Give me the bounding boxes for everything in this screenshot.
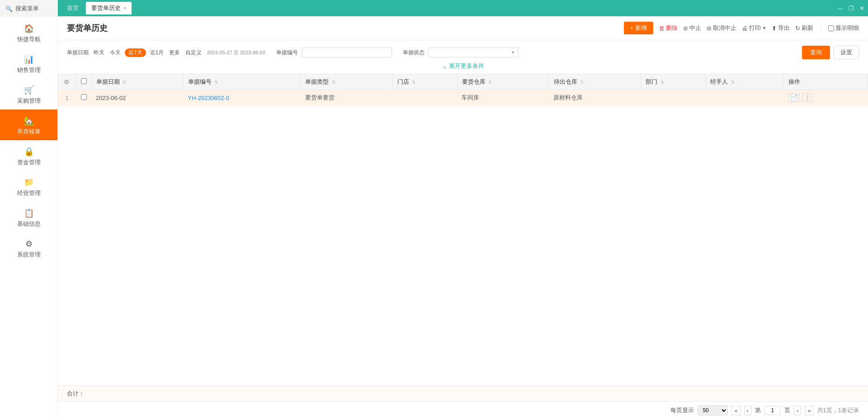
first-page-btn[interactable]: « bbox=[731, 406, 740, 415]
page-size-select[interactable]: 20 50 100 200 bbox=[698, 405, 728, 415]
cell-bill-no: YH-20230602-0 bbox=[183, 90, 300, 106]
system-icon: ⚙ bbox=[25, 239, 33, 249]
tab-close-icon[interactable]: × bbox=[123, 5, 126, 11]
tab-active[interactable]: 要货单历史 × bbox=[86, 2, 132, 14]
last-page-btn[interactable]: » bbox=[805, 406, 813, 415]
print-dropdown-icon: ▼ bbox=[762, 26, 766, 30]
th-bill-no: 单据编号 ⇅ bbox=[183, 74, 300, 90]
expand-more-btn[interactable]: ⌄ 展开更多条件 bbox=[67, 62, 859, 70]
display-detail-checkbox[interactable]: 显示明细 bbox=[828, 24, 859, 32]
date-shortcut-1month[interactable]: 近1月 bbox=[149, 48, 165, 57]
row-checkbox[interactable] bbox=[81, 94, 87, 100]
search-icon: 🔍 bbox=[5, 5, 13, 12]
date-filter-label: 单据日期 bbox=[67, 49, 89, 57]
export-button[interactable]: ⬆ 导出 bbox=[772, 24, 790, 32]
sidebar-item-operations[interactable]: 📁 经营管理 bbox=[0, 171, 57, 202]
bill-status-label: 单据状态 bbox=[403, 49, 425, 57]
cell-operation: 📄 ⋮ bbox=[784, 90, 868, 106]
tab-bar-right: — ❐ ✕ bbox=[837, 5, 864, 12]
date-shortcut-7days[interactable]: 近7天 bbox=[125, 48, 146, 57]
gear-icon[interactable]: ⚙ bbox=[64, 78, 70, 86]
cell-date: 2023-06-02 bbox=[91, 90, 183, 106]
bill-no-input[interactable] bbox=[302, 48, 392, 57]
toolbar-divider bbox=[821, 24, 821, 32]
page-title: 要货单历史 bbox=[67, 23, 108, 33]
cancel-stop-icon: ⊘ bbox=[707, 25, 712, 32]
sidebar-item-quick-nav[interactable]: 🏠 快捷导航 bbox=[0, 17, 57, 48]
sales-icon: 📊 bbox=[24, 54, 34, 64]
cell-handler bbox=[706, 90, 784, 106]
row-checkbox-cell bbox=[76, 90, 91, 106]
sidebar-item-inventory[interactable]: 🏡 库存核算 bbox=[0, 110, 57, 140]
cell-store bbox=[392, 90, 457, 106]
sort-icon-date[interactable]: ⇅ bbox=[123, 80, 126, 85]
bill-no-label: 单据编号 bbox=[276, 49, 298, 57]
main-content: 首页 要货单历史 × — ❐ ✕ 要货单历史 + 新增 🗑 删除 ⊘ 中止 bbox=[58, 0, 868, 419]
display-detail-input[interactable] bbox=[828, 25, 834, 31]
row-index: 1 bbox=[58, 90, 76, 106]
select-all-checkbox[interactable] bbox=[81, 78, 87, 84]
refresh-icon: ↻ bbox=[795, 25, 800, 32]
sort-icon-pending-warehouse[interactable]: ⇅ bbox=[580, 80, 584, 85]
sum-bar: 合计： bbox=[58, 386, 868, 401]
th-req-warehouse: 要货仓库 ⇅ bbox=[457, 74, 549, 90]
print-button[interactable]: 🖨 打印 ▼ bbox=[742, 24, 766, 32]
stop-button[interactable]: ⊘ 中止 bbox=[683, 24, 701, 32]
th-handler: 经手人 ⇅ bbox=[706, 74, 784, 90]
date-range-display: 2023-05-27 至 2023-06-02 bbox=[207, 49, 265, 56]
date-shortcut-today[interactable]: 今天 bbox=[108, 48, 122, 57]
sidebar-item-finance[interactable]: 🔒 资金管理 bbox=[0, 140, 57, 171]
inventory-icon: 🏡 bbox=[24, 116, 34, 126]
prev-page-btn[interactable]: ‹ bbox=[744, 406, 751, 415]
refresh-button[interactable]: ↻ 刷新 bbox=[795, 24, 813, 32]
sort-icon-bill-no[interactable]: ⇅ bbox=[214, 80, 218, 85]
sort-icon-bill-type[interactable]: ⇅ bbox=[332, 80, 335, 85]
th-bill-type: 单据类型 ⇅ bbox=[301, 74, 392, 90]
op-more-icon[interactable]: ⋮ bbox=[802, 93, 812, 102]
filter-group-status: 单据状态 bbox=[403, 48, 519, 57]
sort-icon-handler[interactable]: ⇅ bbox=[731, 80, 735, 85]
sidebar-item-sales[interactable]: 📊 销售管理 bbox=[0, 48, 57, 79]
data-table: ⚙ 单据日期 ⇅ 单据编号 ⇅ 单据类型 ⇅ bbox=[58, 74, 868, 106]
new-button[interactable]: + 新增 bbox=[624, 22, 653, 34]
date-shortcuts: 昨天 今天 近7天 近1月 更多 自定义 bbox=[92, 48, 203, 57]
minimize-btn[interactable]: — bbox=[837, 5, 843, 12]
expand-icon: ⌄ bbox=[442, 63, 447, 70]
stop-icon: ⊘ bbox=[683, 25, 688, 32]
sort-icon-req-warehouse[interactable]: ⇅ bbox=[488, 80, 492, 85]
sort-icon-department[interactable]: ⇅ bbox=[660, 80, 664, 85]
basic-info-icon: 📋 bbox=[24, 208, 34, 218]
filter-group-bill-no: 单据编号 bbox=[276, 48, 392, 57]
page-number-input[interactable] bbox=[764, 406, 781, 415]
date-shortcut-custom[interactable]: 自定义 bbox=[184, 48, 203, 57]
delete-button[interactable]: 🗑 删除 bbox=[659, 24, 678, 32]
print-icon: 🖨 bbox=[742, 25, 748, 32]
close-btn[interactable]: ✕ bbox=[859, 5, 864, 12]
settings-button[interactable]: 设置 bbox=[834, 46, 859, 59]
date-shortcut-more[interactable]: 更多 bbox=[168, 48, 181, 57]
total-info: 共1页，1条记录 bbox=[817, 406, 859, 414]
bill-status-select[interactable] bbox=[428, 48, 519, 57]
bill-no-link[interactable]: YH-20230602-0 bbox=[188, 95, 229, 101]
date-shortcut-yesterday[interactable]: 昨天 bbox=[92, 48, 106, 57]
sidebar-item-basic-info[interactable]: 📋 基础信息 bbox=[0, 202, 57, 233]
sidebar-search[interactable]: 🔍 搜索菜单 bbox=[0, 0, 57, 17]
export-icon: ⬆ bbox=[772, 25, 777, 32]
purchase-icon: 🛒 bbox=[24, 85, 34, 95]
query-button[interactable]: 查询 bbox=[802, 46, 830, 59]
th-gear[interactable]: ⚙ bbox=[58, 74, 76, 90]
bill-status-wrapper bbox=[428, 48, 519, 57]
finance-icon: 🔒 bbox=[24, 147, 34, 157]
next-page-btn[interactable]: › bbox=[794, 406, 801, 415]
sidebar-item-system[interactable]: ⚙ 系统管理 bbox=[0, 233, 57, 263]
tab-home[interactable]: 首页 bbox=[61, 2, 84, 14]
operations-icon: 📁 bbox=[24, 177, 34, 187]
sidebar-item-purchase[interactable]: 🛒 采购管理 bbox=[0, 79, 57, 110]
cell-pending-warehouse: 原材料仓库 bbox=[549, 90, 641, 106]
sort-icon-store[interactable]: ⇅ bbox=[412, 80, 415, 85]
op-edit-icon[interactable]: 📄 bbox=[788, 93, 800, 102]
table-container: ⚙ 单据日期 ⇅ 单据编号 ⇅ 单据类型 ⇅ bbox=[58, 74, 868, 386]
table-row: 1 2023-06-02 YH-20230602-0 要货单要货 车间库 原材料… bbox=[58, 90, 868, 106]
restore-btn[interactable]: ❐ bbox=[849, 5, 854, 12]
cancel-stop-button[interactable]: ⊘ 取消中止 bbox=[707, 24, 736, 32]
